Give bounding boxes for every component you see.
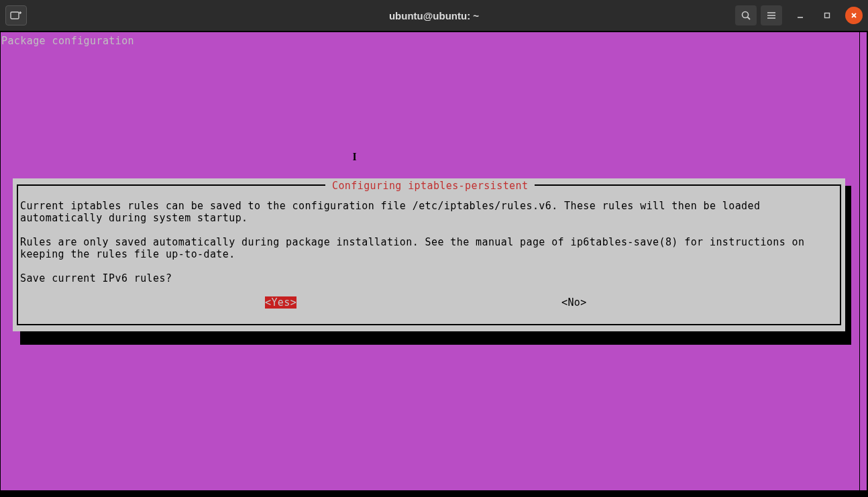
minimize-button[interactable] (792, 7, 809, 24)
window-title: ubuntu@ubuntu: ~ (389, 10, 479, 21)
terminal: Package configuration Configuring iptabl… (0, 31, 868, 497)
minimize-icon (796, 11, 804, 19)
dialog-paragraph-1: Current iptables rules can be saved to t… (20, 200, 838, 224)
svg-point-3 (743, 12, 749, 18)
dialog-body: Current iptables rules can be saved to t… (20, 200, 838, 260)
svg-line-4 (748, 17, 751, 20)
search-icon (741, 10, 751, 21)
text-cursor (352, 151, 357, 163)
no-button[interactable]: <No> (561, 296, 587, 309)
terminal-viewport[interactable]: Package configuration Configuring iptabl… (1, 32, 859, 490)
dialog-title: Configuring iptables-persistent (325, 180, 535, 192)
dialog-paragraph-2: Rules are only saved automatically durin… (20, 236, 838, 260)
search-button[interactable] (735, 5, 757, 25)
maximize-button[interactable] (818, 7, 836, 24)
dialog: Configuring iptables-persistent Current … (13, 178, 845, 331)
yes-button[interactable]: <Yes> (265, 296, 296, 309)
svg-rect-0 (11, 12, 19, 19)
hamburger-menu-button[interactable] (761, 5, 782, 25)
new-tab-button[interactable] (5, 5, 27, 25)
titlebar-left (5, 5, 27, 25)
close-icon (850, 11, 858, 19)
scrollbar[interactable] (860, 32, 867, 490)
package-config-header: Package configuration (1, 35, 134, 47)
dialog-prompt: Save current IPv6 rules? (20, 272, 838, 284)
maximize-icon (823, 11, 831, 19)
titlebar-right (735, 5, 863, 25)
titlebar: ubuntu@ubuntu: ~ (0, 0, 868, 31)
close-button[interactable] (845, 7, 863, 24)
svg-rect-9 (825, 13, 830, 18)
new-tab-icon (10, 10, 22, 21)
hamburger-icon (766, 10, 777, 21)
